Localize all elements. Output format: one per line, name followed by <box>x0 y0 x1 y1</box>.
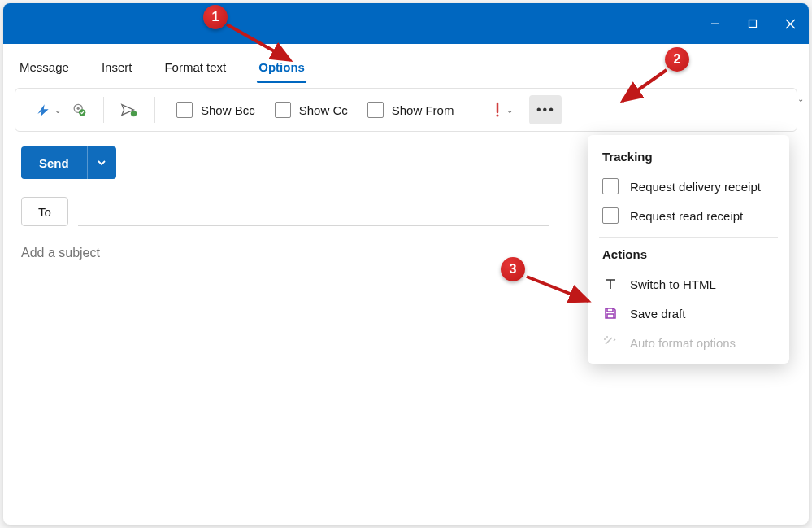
send-split-button: Send <box>21 146 116 179</box>
chevron-down-icon: ⌄ <box>54 106 61 115</box>
maximize-button[interactable] <box>734 3 771 44</box>
more-options-dropdown: Tracking Request delivery receipt Reques… <box>588 135 789 364</box>
checkbox-box <box>602 178 619 194</box>
show-bcc-label: Show Bcc <box>201 103 255 117</box>
switch-to-html-item[interactable]: Switch to HTML <box>588 269 789 299</box>
svg-point-7 <box>131 111 137 116</box>
show-from-label: Show From <box>392 103 454 117</box>
request-receipt-button[interactable] <box>115 95 143 124</box>
auto-format-label: Auto format options <box>630 336 736 350</box>
importance-button[interactable]: ⌄ <box>487 95 518 124</box>
tab-format-text[interactable]: Format text <box>164 50 226 82</box>
sensitivity-button[interactable]: ⌄ <box>30 95 66 124</box>
send-button[interactable]: Send <box>21 146 87 179</box>
callout-1: 1 <box>203 5 228 29</box>
svg-rect-1 <box>749 20 757 28</box>
callout-2: 2 <box>665 47 689 72</box>
to-input[interactable] <box>78 197 549 226</box>
ribbon-collapse-chevron[interactable]: ⌄ <box>797 94 804 103</box>
titlebar <box>3 3 809 44</box>
callout-3: 3 <box>501 257 525 281</box>
send-icon <box>120 102 138 118</box>
show-cc-checkbox[interactable]: Show Cc <box>265 102 358 118</box>
ribbon-toolbar: ⌄ Show Bc <box>15 88 797 132</box>
checkbox-box <box>275 102 291 118</box>
show-cc-label: Show Cc <box>299 103 348 117</box>
to-button[interactable]: To <box>21 197 68 226</box>
show-from-checkbox[interactable]: Show From <box>358 102 464 118</box>
switch-html-label: Switch to HTML <box>630 277 716 291</box>
tracking-section-title: Tracking <box>588 146 789 172</box>
send-options-button[interactable] <box>87 146 116 179</box>
save-draft-label: Save draft <box>630 307 685 321</box>
request-delivery-receipt-item[interactable]: Request delivery receipt <box>588 172 789 201</box>
separator <box>475 97 475 123</box>
checkbox-box <box>602 207 619 224</box>
encrypt-button[interactable] <box>66 95 92 124</box>
save-icon <box>602 305 619 321</box>
save-draft-item[interactable]: Save draft <box>588 299 789 328</box>
chevron-down-icon <box>96 157 107 168</box>
divider <box>599 237 778 238</box>
feather-icon <box>35 102 51 118</box>
checkbox-box <box>367 102 384 118</box>
gear-shield-icon <box>71 102 87 118</box>
request-delivery-label: Request delivery receipt <box>630 180 761 194</box>
svg-point-8 <box>497 114 499 116</box>
wand-icon <box>602 334 619 351</box>
auto-format-options-item[interactable]: Auto format options <box>588 328 789 357</box>
close-button[interactable] <box>771 3 809 44</box>
separator <box>154 97 155 123</box>
chevron-down-icon: ⌄ <box>506 106 513 115</box>
more-options-button[interactable]: ••• <box>529 95 562 124</box>
show-bcc-checkbox[interactable]: Show Bcc <box>167 102 265 118</box>
tab-insert[interactable]: Insert <box>102 50 132 82</box>
checkbox-box <box>176 102 193 118</box>
minimize-button[interactable] <box>697 3 734 44</box>
svg-point-5 <box>77 107 80 110</box>
request-read-receipt-item[interactable]: Request read receipt <box>588 201 789 230</box>
tab-message[interactable]: Message <box>20 50 69 82</box>
outlook-compose-window: Message Insert Format text Options ⌄ <box>3 3 809 525</box>
exclamation-icon <box>492 102 503 118</box>
text-icon <box>602 276 619 292</box>
separator <box>103 97 104 123</box>
ellipsis-icon: ••• <box>536 103 555 117</box>
actions-section-title: Actions <box>588 244 789 269</box>
tab-options[interactable]: Options <box>258 50 305 82</box>
request-read-label: Request read receipt <box>630 209 743 223</box>
